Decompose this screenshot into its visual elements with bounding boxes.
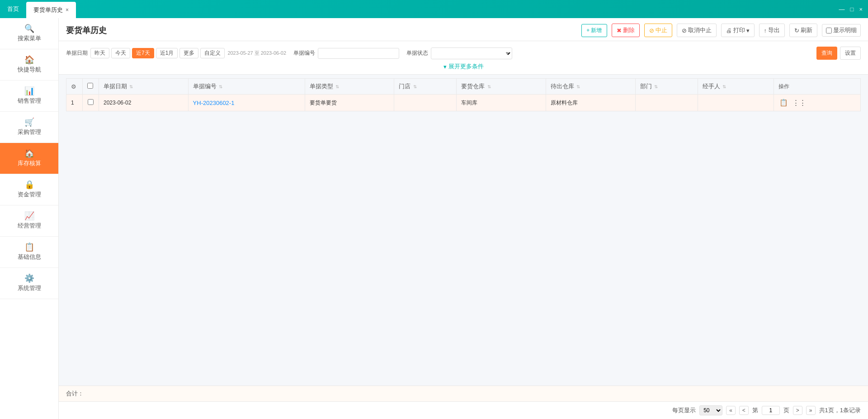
sidebar-item-inventory[interactable]: 🏠 库存核算 <box>0 143 58 174</box>
table-settings-icon[interactable]: ⚙ <box>71 83 76 90</box>
th-handler[interactable]: 经手人 ⇅ <box>698 79 774 95</box>
select-all-checkbox[interactable] <box>87 83 93 89</box>
topbar: 首页 要货单历史 × — □ × <box>0 0 868 18</box>
system-icon: ⚙️ <box>24 274 34 282</box>
th-order-type[interactable]: 单据类型 ⇅ <box>305 79 394 95</box>
stop-button[interactable]: ⊘ 中止 <box>644 24 672 37</box>
topbar-tabs: 首页 要货单历史 × <box>0 0 76 18</box>
th-order-no[interactable]: 单据编号 ⇅ <box>188 79 305 95</box>
search-menu-icon: 🔍 <box>24 24 34 33</box>
more-action-icon[interactable]: ⋮⋮ <box>792 98 807 108</box>
delete-icon: ✖ <box>617 27 622 34</box>
minimize-btn[interactable]: — <box>839 6 845 13</box>
refresh-button[interactable]: ↻ 刷新 <box>789 24 817 37</box>
sidebar-item-operations[interactable]: 📈 经营管理 <box>0 205 58 237</box>
date-btn-yesterday[interactable]: 昨天 <box>90 48 109 58</box>
sidebar-label-basicinfo: 基础信息 <box>18 253 41 261</box>
row-checkbox[interactable] <box>88 99 94 105</box>
cancel-stop-icon: ⊘ <box>682 27 687 34</box>
per-page-select[interactable]: 50 10 20 100 <box>699 405 722 415</box>
filter-row: 单据日期 昨天 今天 近7天 近1月 更多 自定义 2023-05-27 至 2… <box>66 47 861 60</box>
maximize-btn[interactable]: □ <box>850 6 854 13</box>
date-btn-1month[interactable]: 近1月 <box>156 48 178 58</box>
content-area: 要货单历史 + 新增 ✖ 删除 ⊘ 中止 ⊘ 取消中止 🖨 打印 <box>59 18 868 419</box>
purchase-icon: 🛒 <box>24 118 34 126</box>
next-page-btn[interactable]: > <box>793 406 802 415</box>
td-pending-warehouse: 原材料仓库 <box>546 95 636 111</box>
pagination-bar: 每页显示 50 10 20 100 « < 第 页 > » 共1页，1条记录 <box>59 401 868 419</box>
sidebar-item-finance[interactable]: 🔒 资金管理 <box>0 174 58 205</box>
td-actions: 📋 ⋮⋮ <box>774 95 860 111</box>
sort-reqwarehouse-icon: ⇅ <box>487 84 491 89</box>
header-buttons: + 新增 ✖ 删除 ⊘ 中止 ⊘ 取消中止 🖨 打印 ▾ <box>581 24 861 37</box>
page-header: 要货单历史 + 新增 ✖ 删除 ⊘ 中止 ⊘ 取消中止 🖨 打印 <box>59 18 868 41</box>
sidebar-item-search[interactable]: 🔍 搜索菜单 <box>0 18 58 49</box>
prev-page-btn[interactable]: < <box>739 406 749 415</box>
th-department[interactable]: 部门 ⇅ <box>635 79 698 95</box>
cancel-stop-button[interactable]: ⊘ 取消中止 <box>677 24 717 37</box>
sidebar-label-sales: 销售管理 <box>18 97 41 105</box>
th-check <box>83 79 99 95</box>
new-button[interactable]: + 新增 <box>581 24 607 37</box>
close-btn[interactable]: × <box>859 6 863 13</box>
th-pending-warehouse[interactable]: 待出仓库 ⇅ <box>546 79 636 95</box>
sidebar-label-system: 系统管理 <box>18 284 41 292</box>
th-store[interactable]: 门店 ⇅ <box>394 79 457 95</box>
first-page-btn[interactable]: « <box>726 406 736 415</box>
basicinfo-icon: 📋 <box>24 243 34 251</box>
last-page-btn[interactable]: » <box>806 406 816 415</box>
sidebar: 🔍 搜索菜单 🏠 快捷导航 📊 销售管理 🛒 采购管理 🏠 库存核算 🔒 资金管… <box>0 18 59 419</box>
display-grid-btn[interactable]: 显示明细 <box>822 24 861 37</box>
tab-close-icon[interactable]: × <box>66 7 69 13</box>
sidebar-item-system[interactable]: ⚙️ 系统管理 <box>0 268 58 299</box>
status-select[interactable] <box>431 48 512 59</box>
sidebar-item-sales[interactable]: 📊 销售管理 <box>0 81 58 112</box>
sidebar-item-quicknav[interactable]: 🏠 快捷导航 <box>0 49 58 81</box>
sort-ordertype-icon: ⇅ <box>335 84 339 89</box>
sidebar-item-purchase[interactable]: 🛒 采购管理 <box>0 112 58 143</box>
date-btn-7days[interactable]: 近7天 <box>132 48 154 58</box>
refresh-icon: ↻ <box>794 27 799 34</box>
page-suffix: 页 <box>783 406 789 414</box>
edit-action-icon[interactable]: 📋 <box>778 98 789 108</box>
page-number-input[interactable] <box>762 406 780 415</box>
td-check <box>83 95 99 111</box>
order-no-input[interactable] <box>318 48 399 59</box>
sidebar-label-quicknav: 快捷导航 <box>18 66 41 74</box>
sales-icon: 📊 <box>24 87 34 95</box>
date-btn-custom[interactable]: 自定义 <box>200 48 225 58</box>
tab-home[interactable]: 首页 <box>0 0 26 18</box>
sort-dept-icon: ⇅ <box>654 84 658 89</box>
date-filter-buttons: 昨天 今天 近7天 近1月 更多 自定义 <box>90 48 225 58</box>
delete-button[interactable]: ✖ 删除 <box>612 24 640 37</box>
sort-handler-icon: ⇅ <box>722 84 726 89</box>
th-req-warehouse[interactable]: 要货仓库 ⇅ <box>457 79 546 95</box>
td-handler <box>698 95 774 111</box>
table-area: ⚙ 单据日期 ⇅ 单据编号 ⇅ <box>59 75 868 386</box>
stop-icon: ⊘ <box>649 27 654 34</box>
expand-conditions-btn[interactable]: ▾ 展开更多条件 <box>66 62 861 71</box>
table-header-row: ⚙ 单据日期 ⇅ 单据编号 ⇅ <box>66 79 861 95</box>
quicknav-icon: 🏠 <box>24 56 34 64</box>
td-num: 1 <box>66 95 83 111</box>
export-button[interactable]: ↑ 导出 <box>759 24 785 37</box>
order-no-link[interactable]: YH-20230602-1 <box>193 100 235 106</box>
print-button[interactable]: 🖨 打印 ▾ <box>721 24 755 37</box>
td-store <box>394 95 457 111</box>
date-btn-more[interactable]: 更多 <box>179 48 198 58</box>
query-settings-group: 查询 设置 <box>816 47 861 60</box>
sort-orderno-icon: ⇅ <box>219 84 222 89</box>
print-icon: 🖨 <box>726 27 732 34</box>
display-grid-checkbox[interactable] <box>826 28 832 33</box>
settings-button[interactable]: 设置 <box>840 47 861 60</box>
date-btn-today[interactable]: 今天 <box>111 48 130 58</box>
sidebar-item-basicinfo[interactable]: 📋 基础信息 <box>0 237 58 268</box>
td-req-warehouse: 车间库 <box>457 95 546 111</box>
tab-order-history[interactable]: 要货单历史 × <box>26 2 76 18</box>
export-icon: ↑ <box>764 27 767 34</box>
sidebar-label-search: 搜索菜单 <box>18 34 41 43</box>
sidebar-label-purchase: 采购管理 <box>18 128 41 136</box>
date-filter-group: 单据日期 昨天 今天 近7天 近1月 更多 自定义 2023-05-27 至 2… <box>66 48 286 58</box>
th-date[interactable]: 单据日期 ⇅ <box>99 79 189 95</box>
query-button[interactable]: 查询 <box>816 47 837 60</box>
